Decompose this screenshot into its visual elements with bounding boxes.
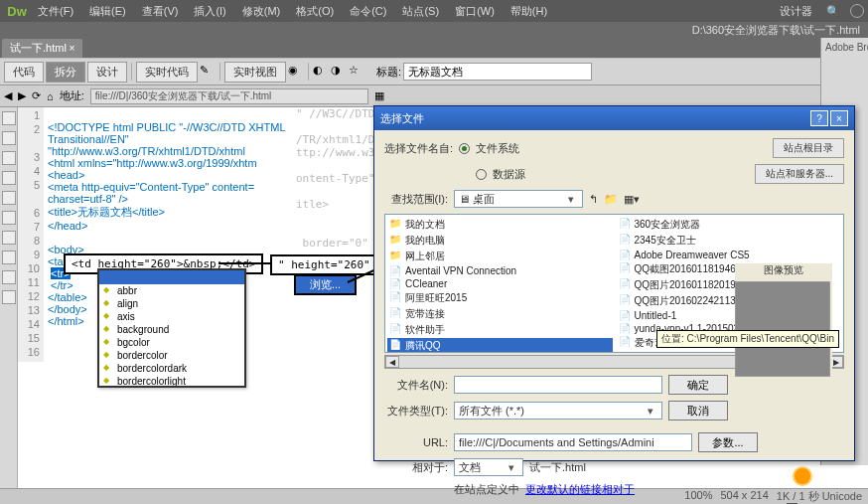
list-item[interactable]: 阿里旺旺2015 — [387, 290, 613, 306]
ac-item[interactable]: abbr — [99, 284, 244, 297]
gutter-icon[interactable] — [2, 231, 16, 245]
menu-edit[interactable]: 编辑(E) — [81, 4, 134, 19]
up-icon[interactable]: ↰ — [589, 193, 598, 206]
gutter-icon[interactable] — [2, 251, 16, 264]
params-button[interactable]: 参数... — [698, 432, 758, 452]
document-toolbar: 代码 拆分 设计 实时代码 ✎ 实时视图 ◉ ◐ ◑ ☆ 标题: — [0, 58, 868, 85]
desktop-icon: 🖥 — [459, 193, 470, 205]
workspace-selector[interactable]: 设计器 — [776, 4, 816, 19]
menu-commands[interactable]: 命令(C) — [342, 4, 394, 19]
address-field[interactable] — [90, 88, 368, 104]
browse-button-callout[interactable]: 浏览... — [294, 274, 357, 295]
gutter-icon[interactable] — [2, 211, 16, 225]
ac-item[interactable]: bordercolor — [99, 349, 244, 362]
menu-site[interactable]: 站点(S) — [394, 4, 447, 19]
gutter-icon[interactable] — [2, 290, 16, 304]
refresh-icon[interactable]: ⟳ — [32, 89, 41, 102]
menu-format[interactable]: 格式(O) — [288, 4, 342, 19]
live-code-button[interactable]: 实时代码 — [136, 62, 198, 83]
dialog-title: 选择文件 — [380, 111, 424, 126]
radio-filesystem[interactable] — [459, 143, 470, 154]
relative-combo[interactable]: 文档▾ — [454, 458, 523, 476]
list-item[interactable]: 2345安全卫士 — [617, 233, 842, 249]
list-item[interactable]: Adobe Dreamweaver CS5 — [617, 249, 842, 261]
list-item[interactable]: 网上邻居 — [387, 249, 613, 264]
scroll-left-icon[interactable]: ◀ — [385, 356, 399, 368]
watermark-icon — [793, 466, 812, 486]
menu-help[interactable]: 帮助(H) — [503, 4, 555, 19]
autocomplete-list[interactable]: abbr align axis background bgcolor borde… — [99, 284, 244, 386]
note-text: 在站点定义中 — [454, 482, 519, 497]
gutter-icon[interactable] — [2, 191, 16, 205]
list-item[interactable]: 软件助手 — [387, 322, 613, 338]
ac-item[interactable]: axis — [99, 310, 244, 323]
file-tooltip: 位置: C:\Program Files\Tencent\QQ\Bin — [656, 330, 839, 348]
back-icon[interactable]: ◀ — [4, 89, 12, 102]
note-link[interactable]: 更改默认的链接相对于 — [525, 482, 635, 497]
list-item-selected[interactable]: 腾讯QQ — [387, 338, 613, 352]
ac-item[interactable]: bgcolor — [99, 336, 244, 349]
split-view-button[interactable]: 拆分 — [46, 62, 85, 83]
help-icon[interactable]: ? — [810, 110, 828, 126]
gutter-icon[interactable] — [2, 151, 16, 165]
scope-label: 查找范围(I): — [384, 192, 448, 207]
menu-file[interactable]: 文件(F) — [30, 4, 81, 19]
list-item[interactable]: Aventail VPN Connection — [387, 264, 613, 277]
list-item[interactable]: CCleaner — [387, 277, 613, 290]
scope-combo[interactable]: 🖥 桌面▾ — [454, 190, 583, 208]
newfolder-icon[interactable]: 📁 — [604, 193, 618, 206]
dialog-titlebar[interactable]: 选择文件 ? × — [374, 106, 854, 130]
radio-datasource[interactable] — [476, 169, 487, 180]
menu-insert[interactable]: 插入(I) — [186, 4, 233, 19]
cancel-button[interactable]: 取消 — [668, 401, 728, 420]
site-server-button[interactable]: 站点和服务器... — [755, 164, 844, 184]
design-view-button[interactable]: 设计 — [87, 62, 127, 83]
filetype-label: 文件类型(T): — [384, 404, 448, 419]
menu-window[interactable]: 窗口(W) — [447, 4, 503, 19]
tool-icon-1[interactable]: ◐ — [313, 64, 329, 80]
ac-item[interactable]: align — [99, 297, 244, 310]
site-root-button[interactable]: 站点根目录 — [773, 138, 844, 158]
app-logo: Dw — [4, 2, 30, 20]
gutter-icon[interactable] — [2, 111, 16, 125]
inspect2-icon[interactable]: ◉ — [288, 64, 304, 80]
list-item[interactable]: 我的电脑 — [387, 233, 613, 249]
code-view-button[interactable]: 代码 — [4, 62, 44, 83]
watermark: 创新互联 — [793, 466, 860, 486]
gutter-icon[interactable] — [2, 131, 16, 145]
live-view-button[interactable]: 实时视图 — [224, 62, 286, 83]
tool-icon-3[interactable]: ☆ — [349, 64, 364, 80]
ac-item[interactable]: background — [99, 323, 244, 336]
filetype-combo[interactable]: 所有文件 (*.*)▾ — [454, 402, 662, 420]
viewmode-icon[interactable]: ▦▾ — [624, 193, 640, 206]
ok-button[interactable]: 确定 — [668, 375, 728, 395]
url-field[interactable]: file:///C|/Documents and Settings/Admini — [454, 433, 692, 451]
inspect-icon[interactable]: ✎ — [200, 64, 216, 80]
close-icon[interactable]: × — [830, 110, 848, 126]
document-tab[interactable]: 试一下.html × — [2, 39, 82, 58]
ac-item[interactable]: bordercolordark — [99, 362, 244, 375]
search-icon[interactable]: 🔍 — [822, 5, 844, 18]
gutter-icon[interactable] — [2, 171, 16, 185]
menu-modify[interactable]: 修改(M) — [234, 4, 289, 19]
cs-live-icon[interactable] — [850, 4, 864, 18]
title-field[interactable] — [403, 63, 592, 81]
file-path: D:\360安全浏览器下载\试一下.html — [692, 23, 860, 37]
address-label: 地址: — [60, 88, 84, 103]
menu-view[interactable]: 查看(V) — [134, 4, 187, 19]
path-bar: D:\360安全浏览器下载\试一下.html — [0, 22, 868, 38]
forward-icon[interactable]: ▶ — [18, 89, 26, 102]
filename-field[interactable] — [454, 376, 662, 394]
go-icon[interactable]: ▦ — [374, 89, 384, 102]
gutter-icon[interactable] — [2, 270, 16, 284]
code-toolbar — [0, 107, 18, 488]
list-item[interactable]: 我的文档 — [387, 217, 613, 233]
ac-item[interactable]: bordercolorlight — [99, 375, 244, 386]
list-item[interactable]: 360安全浏览器 — [617, 217, 842, 233]
home-icon[interactable]: ⌂ — [47, 90, 54, 102]
list-item[interactable]: 宽带连接 — [387, 306, 613, 322]
title-label: 标题: — [376, 65, 401, 80]
tool-icon-2[interactable]: ◑ — [331, 64, 347, 80]
preview-title: 图像预览 — [735, 263, 832, 277]
preview-panel: 图像预览 — [735, 263, 832, 383]
